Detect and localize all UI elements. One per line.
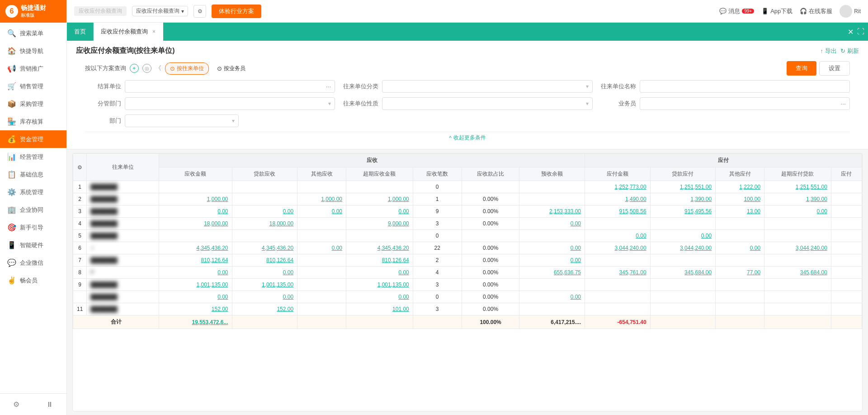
message-btn[interactable]: 💬 消息 99+ [719, 7, 754, 15]
footer-ar-amount[interactable]: 19,553,472,6... [159, 315, 232, 329]
counterpart-category-select[interactable]: ▾ [382, 80, 592, 93]
row-ap-amount[interactable]: 0.00 [585, 230, 651, 242]
user-avatar[interactable]: Rit [840, 5, 861, 18]
salesperson-input[interactable]: ··· [640, 97, 850, 110]
row-ar-overdue[interactable]: 810,126.64 [346, 254, 413, 267]
row-ar-prepaid[interactable]: 2,153,333.00 [519, 205, 585, 218]
row-ar-amount[interactable]: 810,126.64 [159, 254, 232, 267]
salesperson-text[interactable] [644, 100, 839, 107]
row-ap-loan[interactable]: 0.00 [650, 230, 716, 242]
sidebar-item-guide[interactable]: 🎯 新手引导 [0, 219, 66, 236]
tab-home[interactable]: 首页 [67, 23, 94, 41]
sidebar-item-purchase[interactable]: 📦 采购管理 [0, 95, 66, 113]
row-ar-overdue[interactable]: 0.00 [346, 205, 413, 218]
solution-btn[interactable]: 体验行业方案 [212, 5, 261, 18]
row-ar-loan[interactable]: 1,001,135.00 [232, 279, 297, 291]
counterpart-name-input[interactable] [640, 80, 850, 93]
row-ar-loan[interactable]: 0.00 [232, 205, 297, 218]
row-ar-loan[interactable]: 18,000.00 [232, 218, 297, 230]
export-btn[interactable]: ↑ 导出 [821, 47, 837, 55]
sidebar-item-wechat[interactable]: 💬 企业微信 [0, 254, 66, 272]
row-ar-overdue[interactable]: 1,000.00 [346, 193, 413, 205]
row-ap-overdue[interactable]: 1,390.00 [764, 193, 831, 205]
row-ar-other[interactable]: 0.00 [297, 242, 346, 254]
sidebar-item-hardware[interactable]: 📱 智能硬件 [0, 236, 66, 254]
row-ar-loan[interactable]: 0.00 [232, 267, 297, 279]
row-ar-overdue[interactable]: 4,345,436.20 [346, 242, 413, 254]
row-ar-amount[interactable]: 0.00 [159, 291, 232, 303]
scheme-by-unit[interactable]: ⊙ 按往来单位 [165, 62, 209, 75]
row-ar-overdue[interactable]: 101.00 [346, 303, 413, 315]
sidebar-item-sales[interactable]: 🛒 销售管理 [0, 77, 66, 95]
row-ap-amount[interactable]: 1,252,773.00 [585, 181, 651, 193]
row-ar-loan[interactable]: 4,345,436.20 [232, 242, 297, 254]
row-ap-overdue[interactable]: 1,251,551.00 [764, 181, 831, 193]
row-ar-overdue[interactable]: 0.00 [346, 267, 413, 279]
sidebar-item-finance[interactable]: 💰 资金管理 [0, 130, 66, 148]
collapse-more-btn[interactable]: ^ 收起更多条件 [85, 132, 850, 143]
sidebar-item-member[interactable]: ✌ 畅会员 [0, 272, 66, 289]
settlement-unit-text[interactable] [129, 83, 324, 90]
settlement-unit-dots[interactable]: ··· [326, 83, 331, 90]
filter-add-btn[interactable]: + [130, 64, 139, 73]
sidebar-item-management[interactable]: 📊 经营管理 [0, 148, 66, 166]
row-ar-amount[interactable]: 4,345,436.20 [159, 242, 232, 254]
settlement-unit-input[interactable]: ··· [125, 80, 335, 93]
set-btn[interactable]: 设置 [819, 61, 850, 76]
row-ar-amount[interactable]: 0.00 [159, 267, 232, 279]
row-ap-overdue[interactable]: 345,684.00 [764, 267, 831, 279]
sidebar-item-enterprise[interactable]: 🏢 企业协同 [0, 201, 66, 219]
row-ap-amount[interactable]: 915,508.56 [585, 205, 651, 218]
row-ar-loan[interactable]: 152.00 [232, 303, 297, 315]
row-ap-other[interactable]: 1,222.00 [716, 181, 764, 193]
row-ar-loan[interactable]: 0.00 [232, 291, 297, 303]
row-ar-overdue[interactable]: 1,001,135.00 [346, 279, 413, 291]
topbar-dropdown[interactable]: 应收应付余额查询 ▾ [132, 6, 188, 16]
row-ap-overdue[interactable]: 3,044,240.00 [764, 242, 831, 254]
row-ar-amount[interactable]: 0.00 [159, 205, 232, 218]
sidebar-item-quick-nav[interactable]: 🏠 快捷导航 [0, 42, 66, 60]
tab-ar-ap[interactable]: 应收应付余额查询 × [94, 23, 163, 41]
counterpart-nature-select[interactable]: ▾ [382, 97, 592, 110]
row-ar-prepaid[interactable]: 655,636.75 [519, 267, 585, 279]
row-ar-prepaid[interactable]: 0.00 [519, 242, 585, 254]
topbar-gear-btn[interactable]: ⚙ [193, 5, 206, 18]
sidebar-item-inventory[interactable]: 🏪 库存核算 [0, 113, 66, 130]
sidebar-collapse-btn[interactable]: ⏸ [43, 398, 56, 411]
row-ar-prepaid[interactable]: 0.00 [519, 291, 585, 303]
row-ap-other[interactable]: 13.00 [716, 205, 764, 218]
sidebar-item-search[interactable]: 🔍 搜索菜单 [0, 24, 66, 42]
dept-select[interactable]: ▾ [125, 114, 239, 127]
maximize-btn[interactable]: ⛶ [857, 28, 864, 36]
row-ar-amount[interactable]: 1,001,135.00 [159, 279, 232, 291]
tab-close-btn[interactable]: × [152, 29, 156, 35]
app-download-btn[interactable]: 📱 App下载 [761, 7, 793, 15]
salesperson-dots[interactable]: ··· [840, 100, 846, 107]
row-ar-amount[interactable]: 18,000.00 [159, 218, 232, 230]
row-ap-loan[interactable]: 1,390.00 [650, 193, 716, 205]
row-ap-loan[interactable]: 1,251,551.00 [650, 181, 716, 193]
filter-settings-icon[interactable]: ◎ [142, 64, 151, 73]
row-ap-loan[interactable]: 3,044,240.00 [650, 242, 716, 254]
table-settings-icon[interactable]: ⚙ [77, 164, 82, 171]
row-ar-overdue[interactable]: 0.00 [346, 291, 413, 303]
sidebar-item-system[interactable]: ⚙️ 系统管理 [0, 183, 66, 201]
row-ar-amount[interactable]: 1,000.00 [159, 193, 232, 205]
query-btn[interactable]: 查询 [787, 61, 816, 76]
row-ar-prepaid[interactable]: 0.00 [519, 218, 585, 230]
row-ap-other[interactable]: 77.00 [716, 267, 764, 279]
sidebar-item-basic[interactable]: 📋 基础信息 [0, 166, 66, 183]
sidebar-settings-btn[interactable]: ⚙ [10, 397, 22, 411]
row-ap-loan[interactable]: 345,684.00 [650, 267, 716, 279]
row-ap-other[interactable]: 0.00 [716, 242, 764, 254]
scheme-by-staff[interactable]: ⊙ 按业务员 [212, 63, 250, 74]
close-window-btn[interactable]: ✕ [848, 28, 854, 36]
row-ap-amount[interactable]: 3,044,240.00 [585, 242, 651, 254]
row-ar-prepaid[interactable]: 0.00 [519, 254, 585, 267]
dept-managed-select[interactable]: ▾ [125, 97, 335, 110]
row-ap-amount[interactable]: 1,490.00 [585, 193, 651, 205]
row-ar-overdue[interactable]: 9,000.00 [346, 218, 413, 230]
refresh-btn[interactable]: ↻ 刷新 [840, 47, 859, 55]
online-service-btn[interactable]: 🎧 在线客服 [800, 7, 832, 15]
sidebar-item-marketing[interactable]: 📢 营销推广 [0, 60, 66, 77]
